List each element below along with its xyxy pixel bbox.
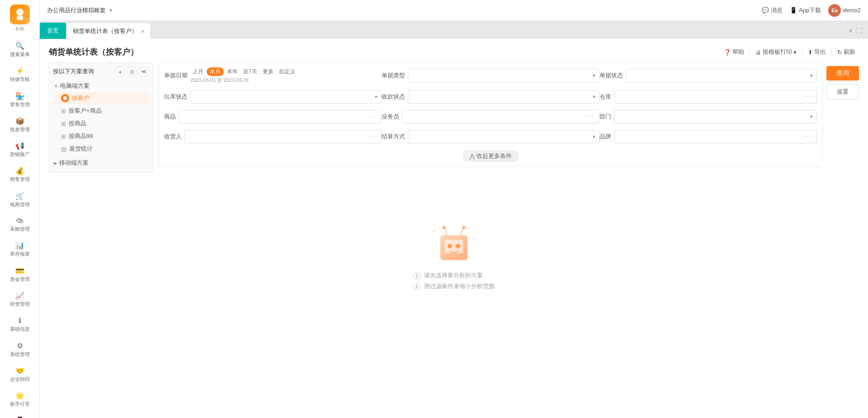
warehouse-label: 仓库 xyxy=(599,93,611,101)
salesperson-dots-icon: ··· xyxy=(586,113,595,121)
help-btn[interactable]: ❓ 帮助 xyxy=(720,46,748,58)
scheme-item-return-stat[interactable]: ▤ 退货统计 xyxy=(53,142,149,155)
scheme-add-btn[interactable]: + xyxy=(115,66,125,76)
date-btn-this-month[interactable]: 本月 xyxy=(207,67,224,76)
sidebar-item-basic[interactable]: ℹ基础信息 xyxy=(10,312,30,337)
scheme-group-pc: ▼ 电脑端方案 按客户 ⊞ 按客户+商品 xyxy=(53,80,149,155)
sidebar-item-search[interactable]: 🔍搜索菜单 xyxy=(10,37,30,62)
logo-svg xyxy=(13,8,27,21)
product-input[interactable]: ··· xyxy=(179,110,382,124)
page-content: 销货单统计表（按客户） ❓ 帮助 🖨 按模板打印 ▾ ⬆ 导出 xyxy=(40,39,868,418)
sidebar-item-apps[interactable]: 📱应用中心 xyxy=(10,412,30,418)
scheme-item-by-product[interactable]: ⊞ 按商品 xyxy=(53,117,149,130)
sidebar-item-purchase[interactable]: 🛍采购管理 xyxy=(10,212,30,237)
sidebar-item-ops[interactable]: 📈经营管理 xyxy=(10,287,30,312)
filter-cell-product: 商品 ··· xyxy=(164,110,382,124)
refresh-btn[interactable]: ↻ 刷新 xyxy=(834,46,859,58)
tab-home[interactable]: 首页 xyxy=(40,23,66,39)
tab-sales-stat[interactable]: 销货单统计表（按客户） × xyxy=(67,23,151,39)
refresh-icon: ↻ xyxy=(837,49,842,56)
recipient-input[interactable]: ··· xyxy=(184,130,382,143)
user-avatar: Ea xyxy=(828,4,841,17)
date-btn-7days[interactable]: 近7天 xyxy=(241,67,259,76)
date-btn-this-year[interactable]: 本年 xyxy=(225,67,240,76)
hint-text-1: 请先选择要分析的方案 xyxy=(424,271,483,280)
sidebar-item-inventory-label: 库存核算 xyxy=(10,251,30,257)
query-btn[interactable]: 查询 xyxy=(826,66,859,81)
by-product-99-label: 按商品99 xyxy=(69,132,93,140)
svg-line-9 xyxy=(461,228,463,235)
mobile-group-arrow-icon: ▶ xyxy=(54,161,57,166)
svg-rect-1 xyxy=(17,16,23,20)
doc-type-select[interactable]: ▾ xyxy=(408,69,599,82)
sidebar-item-quick-nav[interactable]: ⚡快捷导航 xyxy=(10,62,30,87)
brand-input[interactable]: ··· xyxy=(614,130,817,143)
tabbar: 首页 销货单统计表（按客户） × × ⛶ xyxy=(40,21,868,39)
settlement-select[interactable]: ▾ xyxy=(408,130,599,143)
scheme-group-pc-header[interactable]: ▼ 电脑端方案 xyxy=(53,80,149,92)
tab-close-icon[interactable]: × xyxy=(141,28,145,34)
sidebar-item-sales-label: 销售管理 xyxy=(10,176,30,182)
topbar-arrow-icon[interactable]: ▾ xyxy=(109,7,113,14)
app-download-btn[interactable]: 📱 App下载 xyxy=(790,6,821,14)
date-btn-last-month[interactable]: 上月 xyxy=(190,67,206,76)
export-btn[interactable]: ⬆ 导出 xyxy=(804,46,830,58)
hint-num-2: 2 xyxy=(413,283,420,290)
svg-rect-4 xyxy=(445,240,463,253)
scheme-group-mobile: ▶ 移动端方案 xyxy=(53,157,149,169)
warehouse-input[interactable]: ··· xyxy=(614,90,817,104)
scheme-item-by-product-99[interactable]: ⊞ 按商品99 xyxy=(53,130,149,142)
svg-text:✦: ✦ xyxy=(472,236,476,241)
print-btn[interactable]: 🖨 按模板打印 ▾ xyxy=(752,46,800,58)
window-close-icon[interactable]: × xyxy=(849,27,853,35)
page-header: 销货单统计表（按客户） ❓ 帮助 🖨 按模板打印 ▾ ⬆ 导出 xyxy=(40,39,868,62)
logo-icon xyxy=(10,5,30,24)
collapse-more-btn[interactable]: ⋀ 收起更多条件 xyxy=(462,150,519,162)
scheme-pc-items: 按客户 ⊞ 按客户+商品 ⊞ 按商品 ⊞ 按商品99 xyxy=(53,92,149,155)
sidebar-item-enterprise[interactable]: 🤝企业协同 xyxy=(10,362,30,387)
date-btn-custom[interactable]: 自定义 xyxy=(277,67,297,76)
scheme-panel-title: 按以下方案查询 xyxy=(53,67,94,76)
sidebar-item-newbie-label: 新手引导 xyxy=(10,401,30,407)
sidebar-item-finance[interactable]: 💳资金管理 xyxy=(10,262,30,287)
filter-row-3: 商品 ··· 业务员 ··· xyxy=(159,107,822,127)
collapse-up-icon: ⋀ xyxy=(470,153,475,160)
sidebar-item-system[interactable]: ⚙系统管理 xyxy=(10,337,30,362)
scheme-item-by-customer[interactable]: 按客户 xyxy=(53,92,149,104)
doc-status-select[interactable]: ▾ xyxy=(626,69,817,82)
pc-group-label: 电脑端方案 xyxy=(60,82,90,90)
setting-btn[interactable]: 设置 xyxy=(826,84,859,100)
message-btn[interactable]: 💬 消息 xyxy=(762,6,783,14)
sidebar-item-sales[interactable]: 💰销售管理 xyxy=(10,162,30,187)
salesperson-label: 业务员 xyxy=(382,113,399,121)
sidebar-item-marketing[interactable]: 📢营销推广 xyxy=(10,137,30,162)
scheme-group-mobile-header[interactable]: ▶ 移动端方案 xyxy=(53,157,149,169)
salesperson-input[interactable]: ··· xyxy=(402,110,599,124)
sidebar-item-marketing-label: 营销推广 xyxy=(10,151,30,157)
sidebar-item-ecommerce[interactable]: 🛒电商管理 xyxy=(10,187,30,212)
return-stat-label: 退货统计 xyxy=(69,145,93,153)
sidebar-item-inventory[interactable]: 📊库存核算 xyxy=(10,237,30,261)
empty-illustration: ✦ ✦ ✦ xyxy=(425,213,483,271)
sidebar-item-ecommerce-label: 电商管理 xyxy=(10,201,30,208)
user-profile[interactable]: Ea demo2 xyxy=(828,4,861,17)
outbound-status-select[interactable]: ▾ xyxy=(190,90,382,104)
empty-hint-1: 1 请先选择要分析的方案 xyxy=(413,271,495,280)
export-icon: ⬆ xyxy=(808,49,813,56)
sidebar-item-basic-label: 基础信息 xyxy=(10,326,30,332)
window-maximize-icon[interactable]: ⛶ xyxy=(856,27,863,34)
scheme-collapse-btn[interactable]: ≪ xyxy=(139,66,149,76)
payment-status-select[interactable]: ▾ xyxy=(408,90,599,104)
department-select[interactable]: ▾ xyxy=(614,110,817,124)
topbar-right: 💬 消息 📱 App下载 Ea demo2 xyxy=(762,4,861,17)
action-sep-1 xyxy=(750,48,750,56)
scheme-edit-btn[interactable]: ⊙ xyxy=(127,66,137,76)
scheme-item-by-customer-product[interactable]: ⊞ 按客户+商品 xyxy=(53,104,149,117)
sidebar-item-wholesale[interactable]: 📦批发管理 xyxy=(10,112,30,137)
settlement-arrow-icon: ▾ xyxy=(593,133,595,140)
sidebar-item-retail[interactable]: 🏪零售管理 xyxy=(10,87,30,112)
date-btn-more[interactable]: 更多 xyxy=(260,67,276,76)
enterprise-icon: 🤝 xyxy=(15,366,24,375)
by-product-label: 按商品 xyxy=(69,119,86,128)
sidebar-item-newbie[interactable]: 🌟新手引导 xyxy=(10,387,30,412)
